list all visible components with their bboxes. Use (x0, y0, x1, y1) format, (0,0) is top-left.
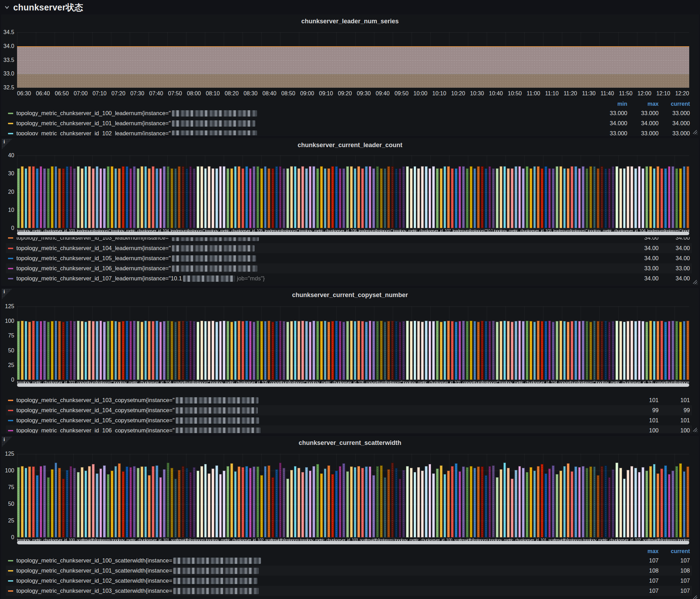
series-color-swatch[interactable] (8, 580, 13, 582)
legend-item[interactable]: topology_metric_chunkserver_id_101_leade… (6, 118, 692, 128)
series-color-swatch[interactable] (8, 420, 13, 421)
bar (133, 466, 136, 537)
legend-col-max[interactable]: max (627, 101, 659, 107)
bar (387, 166, 390, 228)
y-axis-tick: 125 (0, 303, 14, 310)
legend-item[interactable]: topology_metric_chunkserver_id_102_scatt… (6, 576, 692, 586)
legend-item[interactable]: topology_metric_chunkserver_id_107_leade… (6, 273, 692, 283)
legend-item[interactable]: topology_metric_chunkserver_id_105_leade… (6, 253, 692, 263)
bar (331, 474, 334, 537)
bar (96, 166, 98, 228)
panel-resize-handle[interactable] (693, 280, 697, 284)
series-color-swatch[interactable] (8, 570, 13, 572)
series-color-swatch[interactable] (8, 430, 13, 431)
series-color-swatch[interactable] (8, 248, 13, 249)
panel-title[interactable]: chunkserver_current_scatterwidth (2, 439, 698, 447)
section-row-chunkserver[interactable]: chunkserver状态 (0, 0, 700, 15)
bar (58, 168, 61, 228)
bar (410, 168, 413, 228)
bar (563, 466, 566, 537)
series-color-swatch[interactable] (8, 560, 13, 561)
legend-value: 33.00 (627, 265, 659, 272)
legend-item[interactable]: topology_metric_chunkserver_id_103_copys… (6, 395, 692, 405)
bar (100, 168, 102, 228)
y-axis-tick: 25 (0, 518, 14, 524)
legend-scrollbar[interactable] (17, 383, 689, 387)
panel-resize-handle[interactable] (693, 596, 697, 599)
x-axis-tick: 12:10 (656, 90, 670, 97)
series-color-swatch[interactable] (8, 268, 13, 269)
legend-col-current[interactable]: current (659, 101, 690, 107)
bar (615, 166, 618, 228)
redacted-instance-label (172, 120, 255, 127)
series-color-swatch[interactable] (8, 590, 13, 592)
series-color-swatch[interactable] (8, 410, 13, 411)
series-color-swatch[interactable] (8, 278, 13, 279)
bar (350, 466, 353, 537)
legend-item[interactable]: topology_metric_chunkserver_id_106_leade… (6, 263, 692, 273)
legend-item[interactable]: topology_metric_chunkserver_id_102_leade… (6, 128, 692, 135)
bar (507, 468, 510, 537)
bar (297, 168, 300, 228)
y-axis-tick: 33.5 (0, 57, 14, 63)
legend-scrollbar[interactable] (17, 232, 689, 235)
bar (137, 468, 140, 537)
legend-item[interactable]: topology_metric_chunkserver_id_104_copys… (6, 405, 692, 415)
bar (126, 166, 128, 228)
legend-col-current[interactable]: current (659, 548, 690, 554)
panel-resize-handle[interactable] (693, 428, 697, 432)
series-color-swatch[interactable] (8, 113, 13, 114)
series-label: topology_metric_chunkserver_id_104_leade… (16, 245, 171, 251)
bar (204, 168, 207, 228)
x-axis-tick: 10:30 (470, 90, 484, 97)
bar (55, 166, 57, 228)
legend-item[interactable]: topology_metric_chunkserver_id_103_scatt… (6, 586, 692, 596)
series-label-suffix: job="mds"} (237, 275, 265, 282)
bar (32, 166, 35, 228)
legend-value: 33.000 (627, 110, 659, 117)
legend-item[interactable]: topology_metric_chunkserver_id_103_leade… (6, 237, 692, 243)
series-color-swatch[interactable] (8, 123, 13, 124)
panel-title[interactable]: chunkserver_current_copyset_number (2, 291, 698, 299)
legend-item[interactable]: topology_metric_chunkserver_id_100_leade… (6, 108, 692, 118)
bar (395, 168, 398, 228)
panel-resize-handle[interactable] (693, 130, 697, 134)
bar (414, 472, 416, 537)
legend-value: 34.00 (659, 275, 690, 282)
bar (148, 475, 151, 537)
legend-scrollbar[interactable] (17, 541, 689, 544)
panel-title[interactable]: chunkserver_leader_num_series (2, 18, 698, 25)
bar (615, 463, 618, 537)
bar (215, 168, 218, 228)
bar (32, 466, 35, 537)
series-label: topology_metric_chunkserver_id_106_copys… (16, 427, 175, 433)
legend-col-min[interactable]: min (596, 101, 627, 107)
bar (268, 168, 270, 228)
bar (208, 166, 210, 228)
legend-item[interactable]: topology_metric_chunkserver_id_101_scatt… (6, 566, 692, 576)
series-color-swatch[interactable] (8, 258, 13, 259)
bar (436, 469, 439, 537)
bar (256, 166, 259, 228)
bar (324, 168, 327, 228)
bar (630, 166, 633, 228)
y-axis-tick: 50 (0, 501, 14, 507)
legend-item[interactable]: topology_metric_chunkserver_id_100_scatt… (6, 556, 692, 566)
y-axis-tick: 33.0 (0, 71, 14, 77)
series-color-swatch[interactable] (8, 400, 13, 401)
bar (107, 474, 110, 537)
legend-col-max[interactable]: max (627, 548, 659, 554)
series-color-swatch[interactable] (8, 133, 13, 134)
bar (425, 466, 428, 537)
legend-item[interactable]: topology_metric_chunkserver_id_106_copys… (6, 425, 692, 433)
panel-title[interactable]: chunkserver_current_leader_count (2, 142, 698, 149)
bar (671, 166, 674, 228)
legend-value: 34.00 (659, 255, 690, 262)
legend-item[interactable]: topology_metric_chunkserver_id_104_leade… (6, 243, 692, 253)
bar (51, 166, 54, 228)
legend-item[interactable]: topology_metric_chunkserver_id_105_copys… (6, 415, 692, 425)
x-axis-tick: 12:00 (637, 90, 651, 97)
series-color-swatch[interactable] (8, 237, 13, 239)
x-axis-tick: 11:50 (619, 90, 633, 97)
legend-value: 99 (659, 407, 690, 414)
